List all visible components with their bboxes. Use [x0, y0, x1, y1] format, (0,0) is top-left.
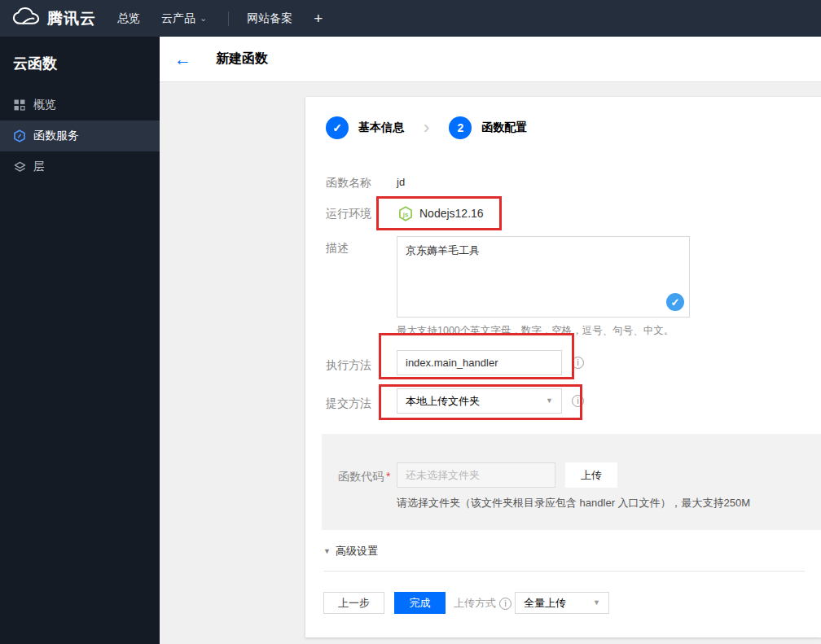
page-header: ← 新建函数: [160, 37, 821, 82]
function-code-label-text: 函数代码: [338, 470, 384, 483]
runtime-label: 运行环境: [326, 207, 371, 221]
brand-label: 腾讯云: [47, 8, 96, 29]
svg-text:js: js: [402, 210, 408, 217]
function-code-section: 函数代码* 上传 请选择文件夹（该文件夹根目录应包含 handler 入口文件）…: [322, 434, 821, 530]
hexagon-function-icon: [13, 129, 26, 142]
folder-path-input[interactable]: [397, 462, 555, 488]
sidebar-item-label: 层: [33, 160, 45, 174]
triangle-down-icon: ▼: [323, 547, 331, 555]
upload-button[interactable]: 上传: [565, 462, 617, 488]
nav-divider: [228, 11, 229, 26]
runtime-value: js Nodejs12.16: [398, 204, 484, 223]
step-2-label: 函数配置: [481, 120, 527, 135]
finish-button[interactable]: 完成: [394, 592, 446, 614]
advanced-settings-label: 高级设置: [336, 544, 378, 559]
advanced-settings-toggle[interactable]: ▼ 高级设置: [323, 544, 378, 559]
info-icon[interactable]: i: [572, 395, 584, 407]
sidebar-item-label: 概览: [33, 98, 56, 112]
nav-item-cloud-products-label: 云产品: [161, 11, 195, 26]
description-label: 描述: [326, 241, 349, 256]
description-textarea[interactable]: 京东薅羊毛工具: [397, 236, 690, 318]
submit-method-label: 提交方法: [326, 396, 371, 411]
form-card: ✓ 基本信息 › 2 函数配置 函数名称 jd 运行环境 js Nodejs12…: [305, 97, 821, 637]
sidebar-item-label: 函数服务: [33, 129, 79, 143]
nodejs-icon: js: [398, 206, 413, 221]
upload-mode-label: 上传方式 i: [454, 596, 511, 611]
dropdown-caret-icon: ▼: [593, 599, 600, 607]
function-name-value: jd: [397, 176, 405, 188]
submit-method-selected-value: 本地上传文件夹: [406, 394, 480, 409]
step-2-number: 2: [449, 116, 472, 139]
chevron-down-icon: ⌄: [200, 14, 207, 23]
valid-check-icon: ✓: [666, 293, 684, 311]
step-indicator: ✓ 基本信息 › 2 函数配置: [326, 116, 527, 139]
add-tab-button[interactable]: +: [314, 10, 323, 28]
sidebar-item-layers[interactable]: 层: [0, 151, 160, 182]
tencent-cloud-brand[interactable]: 腾讯云: [11, 7, 96, 31]
chevron-right-icon: ›: [424, 119, 429, 137]
submit-method-select[interactable]: 本地上传文件夹 ▼: [397, 388, 562, 414]
sidebar-item-function-service[interactable]: 函数服务: [0, 120, 160, 151]
step-1-done-check-icon: ✓: [326, 116, 349, 139]
sidebar: 云函数 概览 函数服务 层: [0, 37, 160, 644]
upload-mode-label-text: 上传方式: [454, 596, 496, 611]
dropdown-caret-icon: ▼: [546, 397, 553, 405]
required-asterisk: *: [386, 470, 390, 483]
upload-mode-selected-value: 全量上传: [524, 596, 566, 611]
back-arrow-icon[interactable]: ←: [174, 50, 191, 68]
function-name-label: 函数名称: [326, 176, 371, 191]
layers-icon: [13, 160, 26, 173]
nav-item-website-icp[interactable]: 网站备案: [247, 11, 292, 26]
step-1-label: 基本信息: [358, 120, 404, 135]
function-code-hint: 请选择文件夹（该文件夹根目录应包含 handler 入口文件），最大支持250M: [397, 496, 750, 510]
runtime-value-text: Nodejs12.16: [419, 207, 484, 220]
grid-icon: [13, 99, 26, 112]
description-hint: 最大支持1000个英文字母，数字，空格，逗号、句号、中文。: [397, 324, 674, 338]
info-icon[interactable]: i: [572, 357, 584, 369]
page-title: 新建函数: [216, 50, 268, 68]
sidebar-title: 云函数: [0, 37, 160, 90]
top-nav: 腾讯云 总览 云产品 ⌄ 网站备案 +: [0, 0, 821, 37]
tencent-cloud-logo-icon: [11, 7, 41, 31]
nav-item-overview[interactable]: 总览: [117, 11, 140, 26]
top-nav-items: 总览 云产品 ⌄ 网站备案 +: [117, 10, 323, 28]
previous-step-button[interactable]: 上一步: [323, 592, 384, 614]
handler-input[interactable]: [397, 350, 562, 375]
info-icon[interactable]: i: [499, 598, 511, 610]
sidebar-item-overview[interactable]: 概览: [0, 90, 160, 120]
divider: [323, 571, 805, 572]
upload-mode-select[interactable]: 全量上传 ▼: [515, 592, 609, 614]
handler-label: 执行方法: [326, 358, 371, 373]
function-code-label: 函数代码*: [338, 470, 390, 484]
nav-item-cloud-products[interactable]: 云产品 ⌄: [161, 11, 207, 26]
main-area: ← 新建函数 ✓ 基本信息 › 2 函数配置 函数名称 jd 运行环境 js N…: [160, 37, 821, 644]
